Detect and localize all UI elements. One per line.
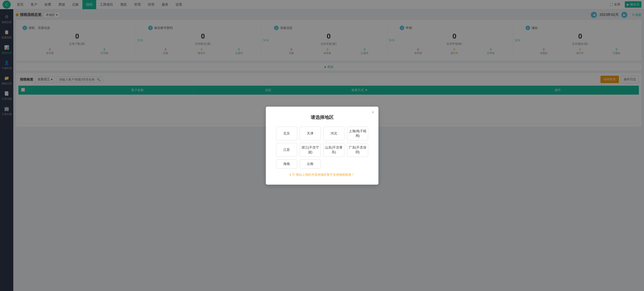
modal-title: 请选择地区 <box>276 114 368 120</box>
region-select-modal: × 请选择地区 北京 天津 河北 上海(电子税局) 江苏 浙江(不含宁波) 山东… <box>266 107 378 185</box>
region-btn-hainan[interactable]: 海南 <box>276 159 297 169</box>
region-btn-guangdong[interactable]: 广东(不含深圳) <box>347 143 368 157</box>
region-grid-row3: 海南 云南 <box>276 159 368 169</box>
region-btn-shandong[interactable]: 山东(不含青岛) <box>323 143 345 157</box>
region-grid-row2: 江苏 浙江(不含宁波) 山东(不含青岛) 广东(不含深圳) <box>276 143 368 157</box>
modal-overlay[interactable]: × 请选择地区 北京 天津 河北 上海(电子税局) 江苏 浙江(不含宁波) 山东… <box>0 0 644 291</box>
region-btn-hebei[interactable]: 河北 <box>323 127 345 140</box>
modal-close-button[interactable]: × <box>372 110 374 115</box>
warning-icon: ℹ <box>290 173 291 176</box>
region-btn-shanghai[interactable]: 上海(电子税局) <box>347 127 368 140</box>
modal-warning: ℹ ① 除以上地区外其他地区暂不支持报税检查！ <box>276 173 368 177</box>
region-btn-yunnan[interactable]: 云南 <box>300 159 321 169</box>
region-btn-jiangsu[interactable]: 江苏 <box>276 143 297 157</box>
region-btn-beijing[interactable]: 北京 <box>276 127 297 140</box>
region-btn-zhejiang[interactable]: 浙江(不含宁波) <box>300 143 321 157</box>
region-grid-row1: 北京 天津 河北 上海(电子税局) <box>276 127 368 140</box>
region-btn-tianjin[interactable]: 天津 <box>300 127 321 140</box>
